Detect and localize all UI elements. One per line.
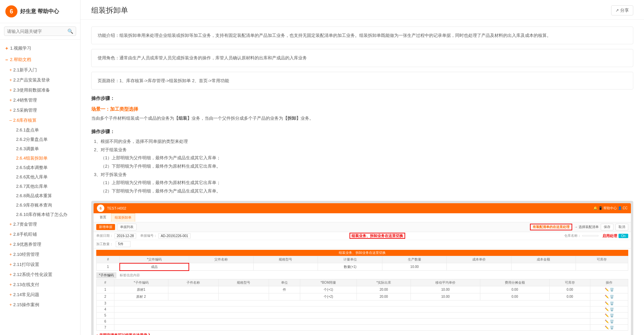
sidebar-item-cash[interactable]: +2.7资金管理: [9, 219, 80, 229]
form-field-warehouse: 仓库名称：: [564, 233, 598, 238]
docs-sub-items: +2.1新手入门 +2.2产品安装及登录 +2.3使用前数据准备 +2.4销售管…: [0, 65, 80, 310]
sidebar-item-custom[interactable]: +2.12系统个性化设置: [9, 270, 80, 280]
search-icon[interactable]: 🔍: [67, 29, 73, 34]
qty-value: 5件: [116, 241, 130, 247]
sidebar-item-coupon[interactable]: +2.9优惠券管理: [9, 239, 80, 249]
cell-sku-no: 成品: [120, 263, 189, 271]
cell-qty-unit: 数量(+1): [318, 263, 382, 271]
sidebar-item-inventory-adjust[interactable]: 2.6.3调拨单: [13, 144, 80, 154]
sidebar-item-cost-adjust[interactable]: 2.6.5成本调整单: [13, 163, 80, 172]
sidebar-item-newcomer[interactable]: +2.1新手入门: [9, 65, 80, 75]
sidebar-item-inventory-check[interactable]: 2.6.1盘点单: [13, 125, 80, 135]
col-avail: 可库存: [576, 256, 628, 263]
col-total: 成本金额: [511, 256, 576, 263]
child-col-sku-qty: *实际出库: [357, 279, 411, 286]
inventory-sub-items: 2.6.1盘点单 2.6.2分量盘点单 2.6.3调拨单 2.6.4组装拆卸单 …: [9, 125, 80, 219]
share-button[interactable]: ↗ 分享: [611, 5, 633, 15]
sidebar-item-docs[interactable]: – 2.帮助文档: [0, 54, 80, 65]
app-top-action: → 选择装配清单: [574, 225, 599, 229]
child-col-no: #: [97, 279, 114, 286]
cell-spec: [253, 263, 318, 271]
cell-cost-total: [511, 263, 576, 271]
plus-icon: +: [9, 242, 12, 247]
sidebar-item-other-in[interactable]: 2.6.6其他入库单: [13, 172, 80, 182]
plus-icon: +: [9, 88, 12, 93]
child-cell-action-5[interactable]: ✏️ 🗑️: [590, 312, 628, 318]
child-cell-no-3: 3: [97, 300, 114, 306]
logo-text: 好生意 帮助中心: [20, 8, 59, 15]
cell-prod-qty: 10.00: [382, 263, 447, 271]
field-value-wh: [582, 235, 598, 236]
sidebar-item-inventory[interactable]: –2.6库存核算: [9, 115, 80, 125]
sidebar-item-stock-error[interactable]: 2.6.10库存账本错了怎么办: [13, 210, 80, 219]
sidebar-item-payment[interactable]: +2.13在线支付: [9, 280, 80, 290]
app-list-btn[interactable]: 单据列表: [117, 224, 137, 230]
nav-section-video: + 1.视频学习: [0, 43, 80, 54]
child-row-1: 1 原材1 件 个(+1) 20.00 10.00 0.00 0.00: [97, 286, 628, 293]
child-col-unit: 单位: [269, 279, 300, 286]
child-cell-actual-1: 20.00: [357, 286, 411, 293]
sidebar-item-faq[interactable]: +2.14常见问题: [9, 290, 80, 300]
plus-icon: +: [9, 108, 12, 113]
share-icon: ↗: [615, 8, 619, 13]
child-row-5: 5 ✏️ 🗑️: [97, 312, 628, 318]
sidebar-item-install[interactable]: +2.2产品安装及登录: [9, 75, 80, 85]
step-3-2: （2）下部明细为子件明细，最终作为产成品生成其它入库单。: [101, 187, 633, 196]
ops-heading: 操作步骤：: [91, 96, 633, 102]
search-wrapper: 🔍: [4, 26, 76, 36]
sidebar-item-dataprep[interactable]: +2.3使用前数据准备: [9, 85, 80, 95]
plus-icon: +: [9, 302, 12, 307]
app-tab-home[interactable]: 首页: [96, 213, 110, 222]
sidebar-item-stock-check[interactable]: 2.6.9库存账本查询: [13, 201, 80, 210]
logo-icon: 6: [5, 5, 17, 17]
sidebar-item-cases[interactable]: +2.15操作案例: [9, 300, 80, 310]
child-cell-action-6[interactable]: ✏️ 🗑️: [590, 318, 628, 324]
col-qty: 计量单位: [318, 256, 382, 263]
sidebar-item-ops[interactable]: +2.10经营管理: [9, 249, 80, 260]
child-cell-name-1: [168, 286, 218, 293]
sidebar-item-assembly[interactable]: 2.6.4组装拆卸单: [13, 154, 80, 163]
nav-section-docs: – 2.帮助文档 +2.1新手入门 +2.2产品安装及登录 +2.3使用前数据准…: [0, 54, 80, 310]
app-new-btn[interactable]: 新增单据: [96, 224, 115, 230]
logo-area: 6 好生意 帮助中心: [0, 0, 80, 23]
child-cell-action-3[interactable]: ✏️ 🗑️: [590, 300, 628, 306]
plus-icon: +: [9, 262, 12, 267]
sidebar-item-purchase[interactable]: +2.5采购管理: [9, 105, 80, 115]
step-3: 3、对于拆装业务: [94, 171, 633, 179]
sidebar-item-cost-recalc[interactable]: 2.6.8商品成本重算: [13, 191, 80, 201]
child-cell-action-4[interactable]: ✏️ 🗑️: [590, 306, 628, 312]
plus-icon: +: [9, 98, 12, 103]
child-cell-unit-1: 件: [269, 286, 300, 293]
child-cell-actual-2: 20.00: [357, 293, 411, 300]
app-save-btn[interactable]: 保存: [601, 224, 613, 230]
child-table-tabs: *子件编码 标签信息内容: [96, 272, 628, 278]
child-cell-action-2[interactable]: ✏️ 🗑️: [590, 293, 628, 300]
child-cell-action-1[interactable]: ✏️ 🗑️: [590, 286, 628, 293]
app-cancel-btn[interactable]: 取消: [615, 224, 628, 230]
child-cell-action-7[interactable]: ✏️ 🗑️: [590, 324, 628, 330]
form-field-enable: 启用处理 On: [602, 233, 628, 238]
nav-area: + 1.视频学习 – 2.帮助文档 +2.1新手入门 +2.2产品安装及登录 +…: [0, 40, 80, 335]
sidebar-item-inventory-split[interactable]: 2.6.2分量盘点单: [13, 135, 80, 144]
child-col-code: *子件编码: [114, 279, 168, 286]
child-tab-1[interactable]: *子件编码: [96, 272, 116, 278]
sidebar-item-other-out[interactable]: 2.6.7其他出库单: [13, 182, 80, 191]
app-tab-assembly[interactable]: 组装拆卸单: [111, 213, 135, 222]
field-label-docno: 单据编号：: [140, 233, 157, 238]
child-cell-avail-1: 0.00: [549, 286, 590, 293]
sidebar-item-video[interactable]: + 1.视频学习: [0, 43, 80, 54]
intro-text-1: 功能介绍：组装拆卸单用来处理企业组装或拆卸等加工业务，支持有固定装配清单的产品加…: [98, 33, 551, 38]
col-spec: 规格型号: [253, 256, 318, 263]
col-unit-qty: 生产数量: [382, 256, 447, 263]
child-cell-cost-2: 10.00: [411, 293, 480, 300]
search-input[interactable]: [7, 29, 67, 34]
child-row-2: 2 原材 2 个(+2) 20.00 10.00 0.00 0.00: [97, 293, 628, 300]
sidebar-item-print[interactable]: +2.11打印设置: [9, 260, 80, 270]
plus-icon: +: [9, 272, 12, 277]
sidebar-item-sales[interactable]: +2.4销售管理: [9, 95, 80, 105]
sidebar-item-mobile[interactable]: +2.8手机旺铺: [9, 229, 80, 239]
plus-icon: +: [9, 282, 12, 287]
child-tab-note: 标签信息内容: [117, 272, 143, 278]
child-cell-empty-3: [114, 300, 590, 306]
field-label-wh: 仓库名称：: [564, 233, 581, 238]
